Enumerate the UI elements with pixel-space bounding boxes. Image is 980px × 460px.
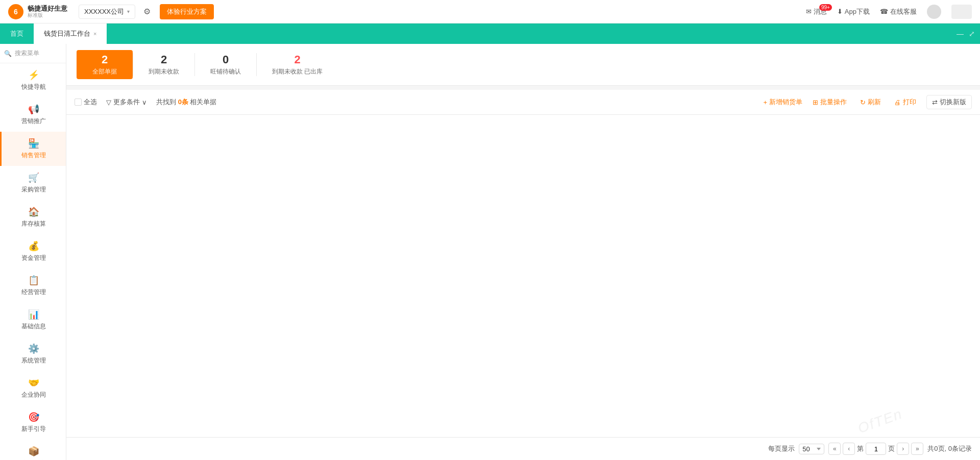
stat-tab-pending[interactable]: 0 旺铺待确认 (195, 50, 256, 79)
sidebar-item-quick-nav[interactable]: ⚡ 快捷导航 (0, 63, 66, 98)
company-name: XXXXXX公司 (84, 7, 124, 16)
sidebar-item-sales[interactable]: 🏪 销售管理 (0, 132, 66, 166)
stat-label-all: 全部单据 (92, 67, 117, 76)
page-input[interactable] (866, 443, 886, 455)
logo-text: 畅捷通好生意 标准版 (28, 5, 67, 19)
plus-icon: + (763, 99, 767, 106)
sidebar-item-label: 快捷导航 (21, 83, 46, 91)
tab-home[interactable]: 首页 (0, 29, 34, 38)
filter-label: 更多条件 (113, 98, 140, 107)
user-menu[interactable] (951, 5, 972, 19)
page-total: 共0页, 0条记录 (927, 444, 972, 453)
sidebar-item-label: 新手引导 (21, 425, 46, 433)
result-prefix: 共找到 (156, 98, 176, 106)
filter-button[interactable]: ▽ 更多条件 ∨ (102, 95, 151, 109)
page-last-button[interactable]: » (911, 443, 923, 455)
select-all-label: 全选 (84, 98, 97, 107)
refresh-icon: ↻ (860, 99, 866, 106)
filter-icon: ▽ (106, 99, 111, 106)
toolbar: 全选 ▽ 更多条件 ∨ 共找到 0条 相关单据 + 新增销货单 ⊞ 批量操作 (66, 90, 980, 115)
table-area (66, 115, 980, 437)
stat-tab-overdue-out[interactable]: 2 到期未收款 已出库 (257, 50, 338, 79)
sidebar-item-basics[interactable]: 📊 基础信息 (0, 303, 66, 337)
checkbox-box[interactable] (75, 99, 82, 106)
main-layout: 🔍 搜索菜单 ⚡ 快捷导航 📢 营销推广 🏪 销售管理 🛒 采购管理 🏠 库存核… (0, 44, 980, 460)
new-sale-label: 新增销货单 (769, 98, 802, 107)
print-button[interactable]: 🖨 打印 (891, 95, 919, 109)
sidebar-item-label: 营销推广 (21, 117, 46, 126)
select-all-checkbox[interactable]: 全选 (75, 98, 97, 107)
system-icon: ⚙️ (28, 343, 39, 354)
batch-icon: ⊞ (813, 99, 818, 106)
new-sale-button[interactable]: + 新增销货单 (763, 98, 802, 107)
page-first-button[interactable]: « (828, 443, 841, 455)
sidebar-item-label: 基础信息 (21, 322, 46, 331)
switch-icon: ⇄ (932, 99, 938, 106)
stat-tab-all[interactable]: 2 全部单据 (77, 50, 133, 79)
sidebar-item-inventory[interactable]: 🏠 库存核算 (0, 200, 66, 234)
marketing-icon: 📢 (28, 104, 39, 115)
result-text: 共找到 0条 相关单据 (156, 98, 216, 107)
inventory-icon: 🏠 (28, 206, 39, 217)
sidebar-item-label: 销售管理 (21, 151, 46, 160)
logo-icon: 6 (8, 4, 23, 19)
company-selector[interactable]: XXXXXX公司 ▾ (79, 5, 135, 19)
sidebar-item-label: 经营管理 (21, 288, 46, 297)
stat-label-overdue-out: 到期未收款 已出库 (272, 67, 323, 76)
sidebar-search[interactable]: 🔍 搜索菜单 (0, 44, 66, 63)
sidebar-item-guide[interactable]: 🎯 新手引导 (0, 405, 66, 440)
sidebar-item-operations[interactable]: 📋 经营管理 (0, 269, 66, 303)
batch-button[interactable]: ⊞ 批量操作 (810, 95, 850, 109)
messages-button[interactable]: ✉ 消息 99+ (806, 7, 827, 16)
page-next-button[interactable]: › (897, 443, 909, 455)
nav-tabs-right: — ⤢ (957, 30, 980, 38)
chevron-down-icon: ▾ (127, 9, 130, 14)
content-area: 2 全部单据 2 到期未收款 0 旺铺待确认 2 到期未收款 已出库 (66, 44, 980, 460)
tab-minimize-icon[interactable]: — (957, 30, 964, 38)
finance-icon: 💰 (28, 240, 39, 252)
sidebar-item-label: 库存核算 (21, 220, 46, 228)
sidebar-item-enterprise[interactable]: 🤝 企业协同 (0, 371, 66, 405)
sidebar-item-purchase[interactable]: 🛒 采购管理 (0, 166, 66, 200)
download-icon: ⬇ (837, 8, 843, 15)
tab-home-label: 首页 (10, 30, 23, 37)
sidebar-item-finance[interactable]: 💰 资金管理 (0, 234, 66, 269)
purchase-icon: 🛒 (28, 172, 39, 183)
tab-close-icon[interactable]: × (93, 31, 96, 37)
guide-icon: 🎯 (28, 411, 39, 423)
operations-icon: 📋 (28, 275, 39, 286)
pagination: 每页显示 50 20 100 « ‹ 第 页 › » 共0页, 0条记录 (66, 437, 980, 460)
sidebar-item-marketing[interactable]: 📢 营销推广 (0, 98, 66, 132)
tab-maximize-icon[interactable]: ⤢ (969, 30, 975, 38)
sidebar-item-app-center[interactable]: 📦 应用中心 (0, 440, 66, 460)
per-page-label: 每页显示 (768, 444, 795, 453)
avatar[interactable] (927, 5, 941, 19)
page-prev-button[interactable]: ‹ (843, 443, 855, 455)
filter-chevron: ∨ (142, 99, 147, 106)
refresh-button[interactable]: ↻ 刷新 (857, 95, 884, 109)
trial-button[interactable]: 体验行业方案 (160, 4, 214, 19)
stats-bar: 2 全部单据 2 到期未收款 0 旺铺待确认 2 到期未收款 已出库 (66, 44, 980, 86)
switch-button[interactable]: ⇄ 切换新版 (926, 95, 972, 109)
top-header: 6 畅捷通好生意 标准版 XXXXXX公司 ▾ ⚙ 体验行业方案 ✉ 消息 99… (0, 0, 980, 23)
stat-num-overdue-out: 2 (295, 53, 301, 66)
settings-icon[interactable]: ⚙ (139, 4, 155, 19)
per-page-select[interactable]: 50 20 100 (799, 444, 824, 454)
sidebar-item-label: 资金管理 (21, 254, 46, 262)
page-label: 第 (857, 444, 864, 453)
search-icon: 🔍 (4, 50, 12, 57)
logo-title: 畅捷通好生意 (28, 5, 67, 13)
stat-num-overdue: 2 (161, 53, 167, 66)
message-icon: ✉ (806, 8, 812, 15)
app-download-button[interactable]: ⬇ App下载 (837, 7, 870, 16)
sidebar-item-label: 系统管理 (21, 356, 46, 365)
sales-icon: 🏪 (28, 138, 39, 149)
tab-active[interactable]: 钱货日清工作台 × (34, 23, 107, 44)
nav-tabs: 首页 钱货日清工作台 × — ⤢ (0, 23, 980, 44)
stat-tab-overdue[interactable]: 2 到期未收款 (133, 50, 194, 79)
logo-area: 6 畅捷通好生意 标准版 (8, 4, 75, 19)
basics-icon: 📊 (28, 309, 39, 320)
sidebar-item-system[interactable]: ⚙️ 系统管理 (0, 337, 66, 371)
online-service-button[interactable]: ☎ 在线客服 (880, 7, 917, 16)
batch-label: 批量操作 (820, 98, 847, 107)
